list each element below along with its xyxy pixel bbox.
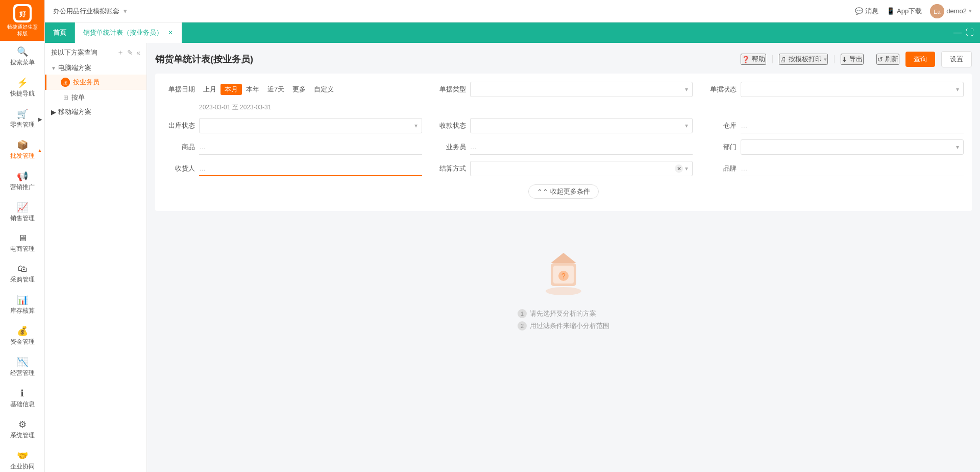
app-download-button[interactable]: 📱 App下载 xyxy=(887,7,922,16)
date-tab-custom[interactable]: 自定义 xyxy=(310,84,338,95)
sidebar-item-basic[interactable]: ℹ 基础信息 xyxy=(0,383,44,414)
consignee-input[interactable]: … xyxy=(199,161,422,176)
salesperson-scheme-dot: 按 xyxy=(61,78,70,87)
operation-nav-icon: 📉 xyxy=(17,357,28,368)
sidebar-item-wholesale-label: 批发管理 xyxy=(10,152,35,160)
query-button[interactable]: 查询 xyxy=(905,52,935,67)
empty-hint-1: 1 请先选择要分析的方案 xyxy=(518,309,609,318)
filter-settlement-cell: 结算方式 ✕ ▾ xyxy=(434,161,693,176)
docstatus-label: 单据状态 xyxy=(705,85,741,94)
edit-scheme-icon[interactable]: ✎ xyxy=(127,49,133,57)
right-panel: 销货单统计表(按业务员) ❓ 帮助 🖨 按模板打印 ▾ ⬇ xyxy=(147,43,980,472)
scheme-item-salesperson[interactable]: 按 按业务员 xyxy=(45,75,146,90)
message-button[interactable]: 💬 消息 xyxy=(855,7,878,16)
page-title: 销货单统计表(按业务员) xyxy=(155,53,253,65)
tab-bar-right: — ⛶ xyxy=(953,28,980,37)
sidebar-item-quick-label: 快捷导航 xyxy=(10,89,35,98)
goods-input[interactable]: … xyxy=(199,139,422,155)
hint-2-text: 用过滤条件来缩小分析范围 xyxy=(530,321,609,331)
sidebar-item-inventory-label: 库存核算 xyxy=(10,306,35,315)
tab-minimize-icon[interactable]: — xyxy=(953,28,962,37)
filter-row-4: 收货人 … 结算方式 ✕ ▾ 品牌 xyxy=(163,161,964,176)
brand-input[interactable]: … xyxy=(741,161,964,176)
sidebar-item-system-label: 系统管理 xyxy=(10,431,35,440)
sidebar-item-ecommerce[interactable]: 🖥 电商管理 xyxy=(0,228,44,258)
empty-state: ? 1 请先选择要分析的方案 2 用过滤条件来缩小分析范围 xyxy=(155,217,972,364)
date-tab-this-year[interactable]: 本年 xyxy=(242,84,263,95)
template-print-button[interactable]: 🖨 按模板打印 ▾ xyxy=(779,54,828,65)
marketing-nav-icon: 📢 xyxy=(17,171,28,182)
sidebar-item-quick[interactable]: ⚡ 快捷导航 xyxy=(0,72,44,103)
filter-row-3: 商品 … 业务员 … 部门 xyxy=(163,139,964,155)
filter-brand-cell: 品牌 … xyxy=(705,161,964,176)
sidebar-item-finance[interactable]: 💰 资金管理 xyxy=(0,320,44,351)
receiptstatus-dropdown[interactable]: ▾ xyxy=(470,118,693,133)
sidebar-item-inventory[interactable]: 📊 库存核算 xyxy=(0,289,44,320)
sidebar-item-operation[interactable]: 📉 经营管理 xyxy=(0,351,44,383)
sales-nav-icon: 📈 xyxy=(17,202,28,213)
svg-marker-9 xyxy=(551,253,576,263)
help-button[interactable]: ❓ 帮助 xyxy=(741,54,766,65)
warehouse-input[interactable]: … xyxy=(741,118,964,133)
mobile-group-arrow-icon: ▶ xyxy=(51,108,56,116)
left-panel: 按以下方案查询 ＋ ✎ « ▼ 电脑端方案 按 按业务员 xyxy=(45,43,147,472)
salesperson-input[interactable]: … xyxy=(470,139,693,155)
logo-icon: 好 xyxy=(13,4,32,22)
sidebar-item-collab[interactable]: 🤝 企业协同 xyxy=(0,445,44,472)
sidebar-item-retail[interactable]: 🛒 零售管理 ▶ xyxy=(0,103,44,134)
collapse-button[interactable]: ⌃⌃ 收起更多条件 xyxy=(528,184,599,199)
date-filter: 上月 本月 本年 近7天 更多 自定义 xyxy=(199,84,422,95)
left-panel-header: 按以下方案查询 ＋ ✎ « xyxy=(45,48,146,61)
date-tab-last7days[interactable]: 近7天 xyxy=(263,84,288,95)
doctype-dropdown[interactable]: ▾ xyxy=(470,82,693,97)
docstatus-dropdown[interactable]: ▾ xyxy=(741,82,964,97)
sidebar-item-purchase[interactable]: 🛍 采购管理 xyxy=(0,258,44,289)
sidebar-item-wholesale[interactable]: 📦 批发管理 ▲ xyxy=(0,134,44,166)
warehouse-label: 仓库 xyxy=(705,121,741,130)
tab-home[interactable]: 首页 xyxy=(45,22,75,43)
sub-order-icon: ⊞ xyxy=(63,94,68,101)
settlement-clear-icon[interactable]: ✕ xyxy=(675,164,683,173)
sidebar-item-search[interactable]: 🔍 搜索菜单 xyxy=(0,41,44,72)
collapse-panel-icon[interactable]: « xyxy=(136,49,140,57)
tab-maximize-icon[interactable]: ⛶ xyxy=(966,28,974,37)
date-tab-last-month[interactable]: 上月 xyxy=(199,84,220,95)
date-range-display: 2023-03-01 至 2023-03-31 xyxy=(163,103,964,112)
tab-sales-report[interactable]: 销货单统计表（按业务员） ✕ xyxy=(75,22,182,43)
content-area: 按以下方案查询 ＋ ✎ « ▼ 电脑端方案 按 按业务员 xyxy=(45,43,980,472)
date-tab-this-month[interactable]: 本月 xyxy=(220,84,242,95)
scheme-group-mobile: ▶ 移动端方案 xyxy=(45,105,146,119)
top-header-right: 💬 消息 📱 App下载 Ea demo2 ▾ xyxy=(855,4,972,18)
sidebar-item-marketing[interactable]: 📢 营销推广 xyxy=(0,166,44,197)
warehouse-placeholder: … xyxy=(741,122,962,129)
salesperson-placeholder: … xyxy=(470,143,691,151)
date-range-text: 2023-03-01 至 2023-03-31 xyxy=(199,103,271,112)
user-profile-button[interactable]: Ea demo2 ▾ xyxy=(930,4,972,18)
salesperson-label: 业务员 xyxy=(434,143,470,152)
sidebar-item-system[interactable]: ⚙ 系统管理 xyxy=(0,414,44,445)
sidebar-item-sales[interactable]: 📈 销售管理 xyxy=(0,197,44,228)
filter-consignee-cell: 收货人 … xyxy=(163,161,422,176)
department-dropdown[interactable]: ▾ xyxy=(741,139,964,155)
scheme-sub-item-order[interactable]: ⊞ 按单 xyxy=(45,90,146,105)
department-label: 部门 xyxy=(705,143,741,152)
consignee-label: 收货人 xyxy=(163,164,199,173)
refresh-button[interactable]: ↺ 刷新 xyxy=(876,54,899,65)
add-scheme-icon[interactable]: ＋ xyxy=(117,48,124,57)
export-button[interactable]: ⬇ 导出 xyxy=(841,54,864,65)
settlement-dropdown[interactable]: ✕ ▾ xyxy=(470,161,693,176)
scheme-group-mobile-header[interactable]: ▶ 移动端方案 xyxy=(45,105,146,119)
empty-illustration: ? xyxy=(538,248,589,299)
settings-button[interactable]: 设置 xyxy=(941,51,972,67)
dropdown-arrow-icon[interactable]: ▾ xyxy=(124,7,127,15)
scheme-group-pc-header[interactable]: ▼ 电脑端方案 xyxy=(45,61,146,75)
date-tab-more[interactable]: 更多 xyxy=(288,84,310,95)
outstatus-label: 出库状态 xyxy=(163,121,199,130)
outstatus-dropdown[interactable]: ▾ xyxy=(199,118,422,133)
sidebar-item-basic-label: 基础信息 xyxy=(10,400,35,409)
filter-warehouse-cell: 仓库 … xyxy=(705,118,964,133)
tab-close-icon[interactable]: ✕ xyxy=(168,29,173,36)
tab-bar: 首页 销货单统计表（按业务员） ✕ — ⛶ xyxy=(45,22,980,43)
export-label: 导出 xyxy=(849,55,863,64)
department-arrow-icon: ▾ xyxy=(956,144,959,151)
